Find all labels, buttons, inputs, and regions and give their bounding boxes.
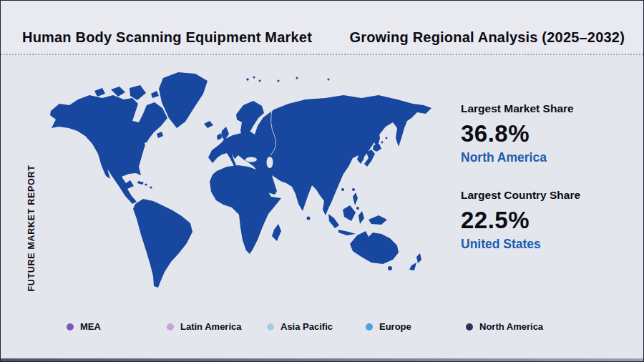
header: Human Body Scanning Equipment Market Gro…: [1, 1, 643, 55]
world-map: [45, 67, 447, 290]
legend-dot-asia-pacific-icon: [267, 323, 274, 331]
legend-item-north-america: North America: [466, 321, 543, 332]
legend-dot-latin-america-icon: [167, 323, 174, 331]
world-map-svg: [45, 67, 447, 290]
legend-item-asia-pacific: Asia Pacific: [267, 321, 333, 332]
stat-label: Largest Market Share: [461, 102, 640, 115]
legend-label: MEA: [80, 321, 101, 332]
stat-largest-market-share: Largest Market Share 36.8% North America: [461, 102, 640, 165]
legend-dot-europe-icon: [366, 323, 373, 331]
stat-value: 36.8%: [461, 122, 640, 145]
stat-largest-country-share: Largest Country Share 22.5% United State…: [461, 189, 640, 252]
stat-label: Largest Country Share: [461, 189, 640, 202]
legend-item-latin-america: Latin America: [167, 321, 242, 332]
stat-region: United States: [461, 237, 640, 252]
bottom-border-bar: [1, 358, 643, 361]
legend-label: Asia Pacific: [280, 321, 333, 332]
page-title-right: Growing Regional Analysis (2025–2032): [349, 29, 625, 46]
world-map-landmass: [50, 72, 431, 288]
legend-item-mea: MEA: [67, 321, 101, 332]
legend-dot-mea-icon: [67, 323, 74, 331]
legend-label: Latin America: [180, 321, 242, 332]
legend-dot-north-america-icon: [466, 323, 473, 331]
legend-label: Europe: [379, 321, 411, 332]
infographic-page: Human Body Scanning Equipment Market Gro…: [0, 0, 644, 362]
brand-watermark: FUTURE MARKET REPORT: [26, 165, 36, 291]
legend-label: North America: [479, 321, 543, 332]
stat-region: North America: [461, 150, 640, 165]
stat-value: 22.5%: [461, 208, 640, 232]
legend-item-europe: Europe: [366, 321, 411, 332]
page-title-left: Human Body Scanning Equipment Market: [22, 29, 312, 46]
